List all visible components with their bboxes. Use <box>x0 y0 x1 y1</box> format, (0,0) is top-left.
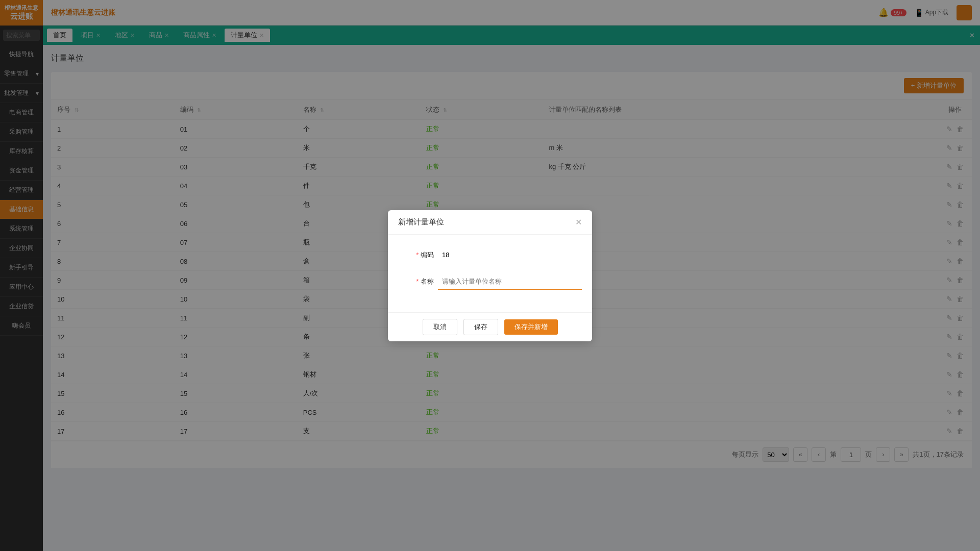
save-add-button[interactable]: 保存并新增 <box>504 319 558 335</box>
name-input[interactable] <box>438 273 582 290</box>
modal-footer: 取消 保存 保存并新增 <box>388 312 592 341</box>
name-label: 名称 <box>398 277 434 286</box>
code-label: 编码 <box>398 251 434 260</box>
modal-close-button[interactable]: ✕ <box>575 217 582 227</box>
add-unit-modal: 新增计量单位 ✕ 编码 名称 取消 保存 保存并新增 <box>388 210 592 341</box>
name-form-row: 名称 <box>398 273 582 290</box>
modal-title: 新增计量单位 <box>398 217 444 227</box>
code-form-row: 编码 <box>398 247 582 263</box>
modal-overlay: 新增计量单位 ✕ 编码 名称 取消 保存 保存并新增 <box>0 0 980 551</box>
save-button[interactable]: 保存 <box>463 319 498 335</box>
cancel-button[interactable]: 取消 <box>423 319 457 335</box>
modal-body: 编码 名称 <box>388 235 592 312</box>
code-input[interactable] <box>438 247 582 263</box>
modal-header: 新增计量单位 ✕ <box>388 210 592 235</box>
